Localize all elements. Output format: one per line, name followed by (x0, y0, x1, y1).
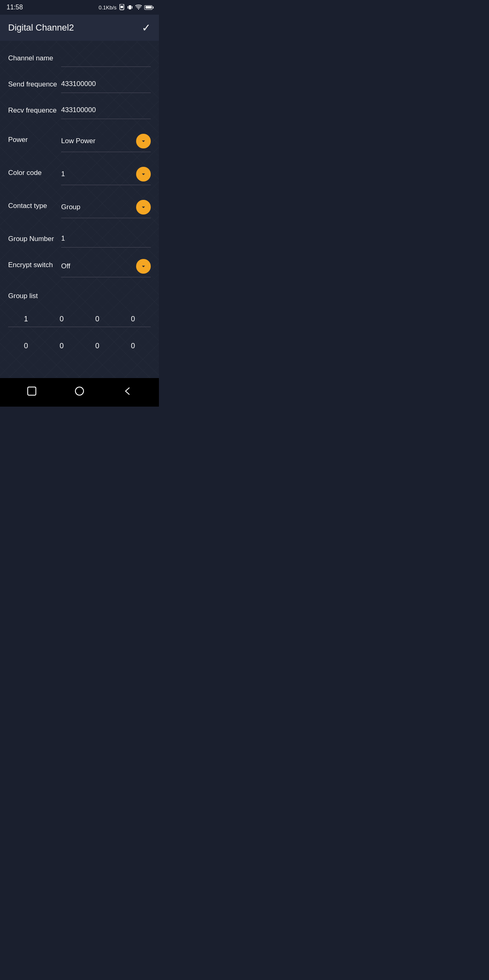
svg-rect-2 (129, 5, 131, 9)
group-cell-2-4[interactable]: 0 (115, 335, 151, 354)
power-dropdown-button[interactable] (136, 134, 151, 148)
chevron-down-icon (140, 170, 147, 178)
sim-icon (119, 4, 125, 11)
encrypt-switch-dropdown-button[interactable] (136, 259, 151, 274)
svg-rect-1 (121, 6, 123, 8)
nav-home-button[interactable] (74, 386, 85, 396)
nav-square-button[interactable] (26, 386, 37, 396)
value-contact-type: Group (61, 203, 80, 211)
field-send-frequence: Send frequence 433100000 (0, 71, 159, 97)
svg-point-7 (75, 387, 84, 395)
chevron-down-icon (140, 263, 147, 270)
color-code-dropdown-button[interactable] (136, 167, 151, 181)
value-power: Low Power (61, 137, 95, 145)
group-list-row1: 1 0 0 0 (0, 304, 159, 331)
value-color-code: 1 (61, 170, 65, 178)
label-channel-name: Channel name (8, 52, 61, 63)
square-icon (26, 386, 37, 396)
svg-rect-3 (128, 6, 128, 9)
status-time: 11:58 (7, 4, 23, 11)
confirm-button[interactable]: ✓ (142, 22, 151, 34)
group-cell-2-3[interactable]: 0 (79, 335, 115, 354)
back-icon (122, 386, 132, 396)
svg-point-5 (138, 9, 139, 10)
group-cell-2-1[interactable]: 0 (8, 335, 44, 354)
circle-icon (74, 386, 85, 396)
status-bar: 11:58 0.1Kb/s (0, 0, 159, 15)
label-encrypt-switch: Encrypt switch (8, 259, 61, 270)
field-power: Power Low Power (0, 126, 159, 156)
label-contact-type: Contact type (8, 200, 61, 210)
group-cell-2-2[interactable]: 0 (44, 335, 80, 354)
battery-icon (144, 5, 152, 10)
field-contact-type: Contact type Group (0, 192, 159, 222)
label-recv-frequence: Recv frequence (8, 104, 61, 115)
wifi-icon (135, 4, 142, 10)
label-power: Power (8, 134, 61, 144)
page-title: Digital Channel2 (8, 22, 74, 33)
navigation-bar (0, 378, 159, 407)
group-cell-1-2[interactable]: 0 (44, 308, 80, 327)
svg-rect-6 (28, 387, 36, 395)
label-send-frequence: Send frequence (8, 78, 61, 89)
chevron-down-icon (140, 137, 147, 145)
group-cell-1-4[interactable]: 0 (115, 308, 151, 327)
value-group-number: 1 (61, 234, 65, 243)
group-list-label: Group list (0, 285, 159, 304)
field-encrypt-switch: Encrypt switch Off (0, 252, 159, 281)
value-recv-frequence: 433100000 (61, 106, 96, 114)
group-list-row2: 0 0 0 0 (0, 331, 159, 358)
label-group-number: Group Number (8, 233, 61, 243)
app-bar: Digital Channel2 ✓ (0, 15, 159, 41)
contact-type-dropdown-button[interactable] (136, 200, 151, 215)
label-color-code: Color code (8, 167, 61, 177)
svg-rect-4 (132, 6, 132, 9)
field-color-code: Color code 1 (0, 159, 159, 189)
vibrate-icon (127, 4, 133, 11)
field-channel-name: Channel name (0, 45, 159, 71)
chevron-down-icon (140, 204, 147, 211)
group-cell-1-1[interactable]: 1 (8, 308, 44, 327)
group-cell-1-3[interactable]: 0 (79, 308, 115, 327)
nav-back-button[interactable] (122, 386, 132, 396)
network-speed: 0.1Kb/s (99, 4, 117, 11)
field-recv-frequence: Recv frequence 433100000 (0, 97, 159, 123)
field-group-number: Group Number 1 (0, 226, 159, 252)
status-right: 0.1Kb/s (99, 4, 152, 11)
value-send-frequence: 433100000 (61, 80, 96, 88)
form-content: Channel name Send frequence 433100000 Re… (0, 41, 159, 378)
value-encrypt-switch: Off (61, 262, 70, 270)
